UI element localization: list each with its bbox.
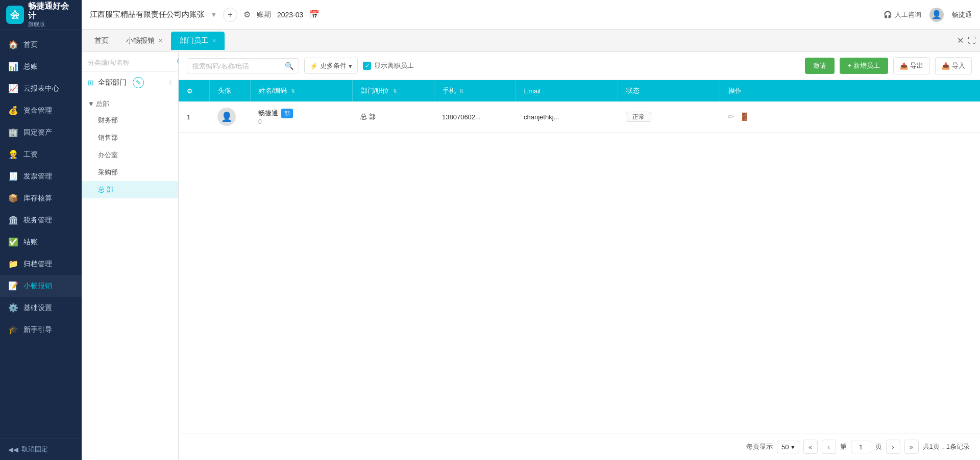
prev-page-button[interactable]: ‹ — [822, 440, 836, 454]
next-page-button[interactable]: › — [886, 440, 900, 454]
th-status: 状态 — [618, 80, 720, 101]
cell-avatar: 👤 — [209, 101, 250, 133]
maximize-button[interactable]: ⛶ — [968, 36, 976, 45]
sidebar-item-payroll[interactable]: 👷 工资 — [0, 143, 82, 165]
employee-panel: 🔍 ⚡ 更多条件 ▾ ✓ 显示离职员工 邀请 + 新增员工 📤 导出 — [179, 52, 980, 460]
sidebar-item-archive[interactable]: 📁 归档管理 — [0, 253, 82, 275]
cell-dept: 总 部 — [352, 101, 434, 133]
employee-code: 0 — [258, 118, 344, 125]
sidebar-label-guide: 新手引导 — [23, 325, 52, 335]
sidebar-item-reports[interactable]: 📈 云报表中心 — [0, 78, 82, 99]
sidebar-item-funds[interactable]: 💰 资金管理 — [0, 99, 82, 121]
per-page-select[interactable]: 50 ▾ — [777, 441, 799, 453]
sidebar-item-assets[interactable]: 🏢 固定资产 — [0, 121, 82, 143]
service-button[interactable]: 🎧 人工咨询 — [884, 10, 921, 19]
calendar-icon[interactable]: 📅 — [309, 10, 320, 19]
dept-tree: ▼ 总部 财务部 销售部 办公室 采购部 总 部 — [82, 93, 178, 201]
row-action-buttons: ✏ 🚪 — [728, 112, 972, 121]
add-company-button[interactable]: + — [223, 8, 237, 22]
employee-avatar: 👤 — [217, 108, 236, 126]
home-icon: 🏠 — [8, 40, 18, 49]
tab-dept-close[interactable]: × — [212, 37, 216, 44]
first-page-button[interactable]: « — [803, 440, 818, 454]
delete-employee-button[interactable]: 🚪 — [740, 112, 749, 121]
sidebar-item-home[interactable]: 🏠 首页 — [0, 34, 82, 56]
filter-button[interactable]: ⚡ 更多条件 ▾ — [304, 58, 358, 74]
sidebar-label-inventory: 库存核算 — [23, 194, 52, 203]
sidebar-label-funds: 资金管理 — [23, 106, 52, 115]
main-area: 江西服宝精品有限责任公司内账张 ▼ + ⚙ 账期 2023-03 📅 🎧 人工咨… — [82, 0, 980, 460]
import-button[interactable]: 📥 导入 — [935, 57, 972, 74]
employee-search-box: 🔍 — [187, 58, 299, 73]
employee-search-input[interactable] — [192, 62, 282, 70]
sidebar-item-expense[interactable]: 📝 小畅报销 — [0, 275, 82, 297]
sidebar-item-invoice[interactable]: 🧾 发票管理 — [0, 165, 82, 187]
sidebar-item-settings[interactable]: ⚙️ 基础设置 — [0, 297, 82, 319]
export-button[interactable]: 📤 导出 — [893, 57, 930, 74]
tab-home[interactable]: 首页 — [86, 32, 117, 50]
sidebar-item-close[interactable]: ✅ 结账 — [0, 231, 82, 253]
dept-child-purchase[interactable]: 采购部 — [82, 164, 178, 181]
add-employee-button[interactable]: + 新增员工 — [840, 58, 888, 74]
app-name: 畅捷通好会计 — [28, 1, 76, 20]
employee-toolbar: 🔍 ⚡ 更多条件 ▾ ✓ 显示离职员工 邀请 + 新增员工 📤 导出 — [179, 52, 980, 80]
period-value: 2023-03 — [277, 11, 303, 19]
per-page-dropdown-icon: ▾ — [791, 443, 795, 451]
unpin-button[interactable]: ◀◀ 取消固定 — [0, 438, 82, 460]
dept-grid-icon: ⊞ — [88, 79, 94, 87]
tab-dept-employee[interactable]: 部门员工 × — [171, 32, 225, 50]
dept-child-sales[interactable]: 销售部 — [82, 129, 178, 146]
sidebar-item-ledger[interactable]: 📊 总账 — [0, 56, 82, 78]
sidebar-label-assets: 固定资产 — [23, 128, 52, 137]
sidebar-label-archive: 归档管理 — [23, 260, 52, 269]
dept-child-general[interactable]: 总 部 — [82, 181, 178, 198]
sidebar-item-guide[interactable]: 🎓 新手引导 — [0, 319, 82, 341]
th-phone[interactable]: 手机 ⇅ — [434, 80, 516, 101]
show-former-checkbox[interactable]: ✓ — [363, 62, 371, 70]
topbar: 江西服宝精品有限责任公司内账张 ▼ + ⚙ 账期 2023-03 📅 🎧 人工咨… — [82, 0, 980, 30]
tabs-bar: 首页 小畅报销 × 部门员工 × ✕ ⛶ — [82, 30, 980, 52]
invite-button[interactable]: 邀请 — [805, 58, 835, 74]
payroll-icon: 👷 — [8, 149, 18, 159]
all-dept-header[interactable]: ⊞ 全部部门 ✎ 《 — [82, 72, 178, 93]
cell-status: 正常 — [618, 101, 720, 133]
sidebar-label-expense: 小畅报销 — [23, 282, 52, 291]
th-settings[interactable]: ⚙ — [179, 80, 209, 101]
employee-search-icon[interactable]: 🔍 — [285, 62, 293, 70]
table-header-row: ⚙ 头像 姓名/编码 ⇅ 部门/职位 ⇅ — [179, 80, 980, 101]
dept-child-finance[interactable]: 财务部 — [82, 112, 178, 129]
page-input[interactable] — [851, 441, 871, 453]
tab-expense-close[interactable]: × — [159, 37, 162, 44]
th-name[interactable]: 姓名/编码 ⇅ — [250, 80, 352, 101]
dept-collapse-icon[interactable]: 《 — [166, 79, 172, 87]
th-actions: 操作 — [720, 80, 980, 101]
close-window-button[interactable]: ✕ — [957, 36, 964, 45]
export-icon: 📤 — [900, 62, 908, 70]
th-dept[interactable]: 部门/职位 ⇅ — [352, 80, 434, 101]
employee-name: 畅捷通 — [258, 109, 278, 118]
dept-edit-button[interactable]: ✎ — [133, 77, 144, 88]
tab-expense-label: 小畅报销 — [126, 36, 155, 45]
logo-icon: 会 — [6, 6, 24, 24]
cell-name: 畅捷通 部 0 — [250, 101, 352, 133]
company-dropdown-arrow[interactable]: ▼ — [211, 11, 217, 18]
filter-chevron-icon: ▾ — [349, 62, 352, 70]
sidebar-item-inventory[interactable]: 📦 库存核算 — [0, 187, 82, 209]
expense-icon: 📝 — [8, 281, 18, 291]
funds-icon: 💰 — [8, 106, 18, 115]
tab-dept-label: 部门员工 — [180, 36, 208, 45]
edit-employee-button[interactable]: ✏ — [728, 112, 734, 121]
dept-child-office[interactable]: 办公室 — [82, 146, 178, 164]
invoice-icon: 🧾 — [8, 171, 18, 181]
total-records-label: 共1页，1条记录 — [923, 442, 970, 451]
tab-expense[interactable]: 小畅报销 × — [117, 32, 171, 50]
dept-search-input[interactable] — [88, 59, 174, 66]
company-name: 江西服宝精品有限责任公司内账张 — [90, 10, 205, 19]
show-former-toggle[interactable]: ✓ 显示离职员工 — [363, 61, 414, 70]
unpin-label: 取消固定 — [21, 445, 48, 454]
archive-icon: 📁 — [8, 259, 18, 269]
page-suffix: 页 — [875, 442, 882, 451]
settings-gear-icon[interactable]: ⚙ — [243, 10, 251, 19]
sidebar-item-tax[interactable]: 🏛️ 税务管理 — [0, 209, 82, 231]
last-page-button[interactable]: » — [904, 440, 919, 454]
